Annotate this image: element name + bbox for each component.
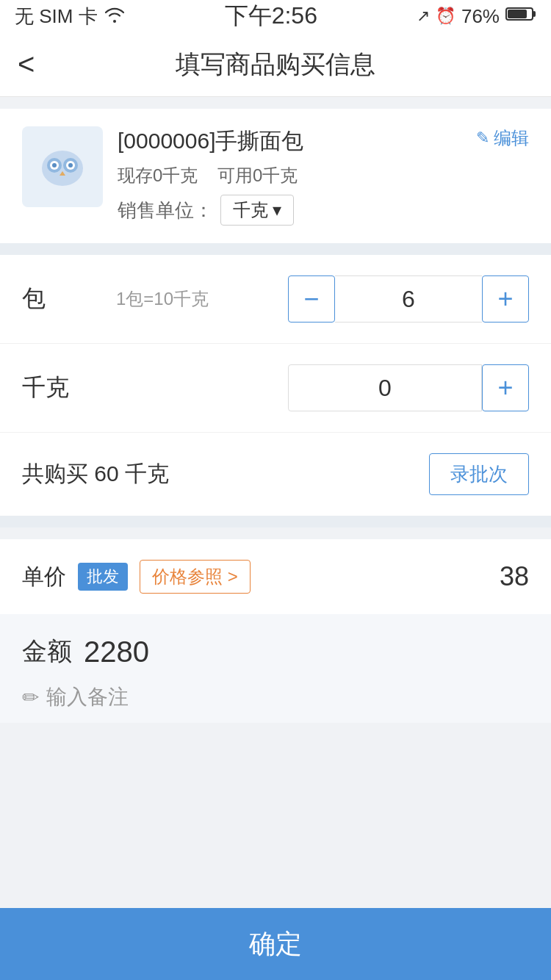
confirm-label: 确定	[249, 926, 302, 962]
product-image	[22, 126, 103, 207]
svg-rect-2	[508, 10, 527, 18]
alarm-icon: ⏰	[436, 7, 455, 26]
kg-plus-button[interactable]: +	[482, 364, 529, 411]
price-value: 38	[500, 561, 529, 592]
edit-button[interactable]: ✎ 编辑	[476, 126, 529, 150]
product-stock: 现存0千克 可用0千克	[118, 164, 529, 187]
battery-icon	[505, 6, 536, 26]
price-section: 单价 批发 价格参照 > 38	[0, 539, 551, 614]
price-type-tag: 批发	[78, 563, 128, 591]
bao-control: − +	[288, 275, 529, 323]
carrier-text: 无 SIM 卡	[15, 4, 98, 29]
quantity-section: 包 1包=10千克 − + 千克 + 共购买 60 千克 录批次	[0, 255, 551, 516]
remark-row[interactable]: ✏ 输入备注	[22, 683, 529, 711]
battery-text: 76%	[461, 5, 500, 28]
back-button[interactable]: <	[18, 48, 35, 81]
bao-hint: 1包=10千克	[116, 287, 288, 311]
svg-point-8	[52, 163, 57, 167]
section-divider-2	[0, 516, 551, 527]
status-time: 下午2:56	[225, 0, 317, 32]
bao-row: 包 1包=10千克 − +	[0, 255, 551, 344]
status-bar: 无 SIM 卡 下午2:56 ↗ ⏰ 76%	[0, 0, 551, 32]
wifi-icon	[104, 5, 126, 28]
product-logo-icon	[37, 145, 88, 189]
product-name: [0000006]手撕面包	[118, 126, 529, 156]
bao-minus-button[interactable]: −	[288, 275, 335, 323]
price-label: 单价	[22, 562, 66, 592]
kg-control: +	[288, 364, 529, 411]
price-row: 单价 批发 价格参照 > 38	[22, 560, 529, 594]
bao-plus-button[interactable]: +	[482, 275, 529, 323]
confirm-button[interactable]: 确定	[0, 908, 551, 980]
section-divider-1	[0, 243, 551, 255]
product-card: [0000006]手撕面包 现存0千克 可用0千克 销售单位： 千克 ▾ ✎ 编…	[0, 109, 551, 243]
amount-section: 金额 2280 ✏ 输入备注	[0, 614, 551, 723]
product-unit-row: 销售单位： 千克 ▾	[118, 195, 529, 226]
remark-placeholder: 输入备注	[46, 683, 129, 711]
svg-rect-1	[533, 11, 536, 17]
kg-label: 千克	[22, 372, 110, 404]
product-info: [0000006]手撕面包 现存0千克 可用0千克 销售单位： 千克 ▾	[118, 126, 529, 226]
unit-select[interactable]: 千克 ▾	[220, 195, 294, 226]
price-ref-button[interactable]: 价格参照 >	[140, 560, 251, 594]
total-row: 共购买 60 千克 录批次	[0, 433, 551, 516]
nav-bar: < 填写商品购买信息	[0, 32, 551, 97]
status-right: ↗ ⏰ 76%	[417, 5, 536, 28]
svg-point-9	[68, 163, 73, 167]
amount-value: 2280	[84, 635, 149, 669]
kg-input[interactable]	[288, 364, 482, 411]
total-label: 共购买 60 千克	[22, 459, 169, 489]
status-carrier: 无 SIM 卡	[15, 4, 126, 29]
kg-row: 千克 +	[0, 344, 551, 433]
batch-button[interactable]: 录批次	[429, 453, 529, 495]
amount-label: 金额	[22, 635, 72, 669]
bao-label: 包	[22, 283, 110, 315]
pencil-icon: ✏	[22, 685, 39, 710]
page-title: 填写商品购买信息	[176, 48, 375, 82]
amount-row: 金额 2280	[22, 635, 529, 669]
bao-input[interactable]	[335, 275, 482, 323]
chevron-down-icon: ▾	[273, 200, 281, 220]
edit-icon: ✎	[476, 129, 489, 148]
location-icon: ↗	[417, 7, 430, 26]
